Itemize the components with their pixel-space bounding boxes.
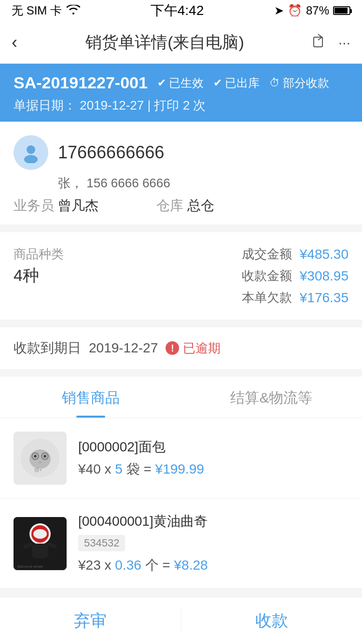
svg-text:猫+: 猫+ xyxy=(34,467,42,473)
date-value: 2019-12-27 xyxy=(80,98,144,112)
list-item: diamond whale [000400001]黄油曲奇 534532 ¥23… xyxy=(0,499,362,588)
product-name-1: [0000002]面包 xyxy=(78,438,348,456)
tab-settlement[interactable]: 结算&物流等 xyxy=(181,377,362,418)
summary-right: 成交金额 ¥485.30 收款金额 ¥308.95 本单欠款 ¥176.35 xyxy=(242,246,348,306)
status-partial: 部分收款 xyxy=(269,75,329,91)
banner-date-row: 单据日期： 2019-12-27 | 打印 2 次 xyxy=(14,97,348,114)
deal-amount-row: 成交金额 ¥485.30 xyxy=(242,246,348,263)
more-icon[interactable]: ··· xyxy=(338,34,350,51)
banner-row1: SA-20191227-001 已生效 已出库 部分收款 xyxy=(14,73,348,92)
product-list: 猫+ [0000002]面包 ¥40 x 5 袋 = ¥199.99 xyxy=(0,418,362,588)
print-count-val: 2 xyxy=(183,98,190,112)
location-icon: ➤ xyxy=(274,4,284,17)
tabs-section: 销售商品 结算&物流等 xyxy=(0,377,362,418)
bottom-bar: 弃审 收款 xyxy=(0,597,362,644)
owe-value: ¥176.35 xyxy=(300,290,348,306)
due-label: 收款到期日 xyxy=(14,339,81,357)
list-item: 猫+ [0000002]面包 ¥40 x 5 袋 = ¥199.99 xyxy=(0,418,362,499)
salesperson-label: 业务员 xyxy=(14,196,54,215)
summary-left: 商品种类 4种 xyxy=(14,246,64,287)
header-banner: SA-20191227-001 已生效 已出库 部分收款 单据日期： 2019-… xyxy=(0,64,362,122)
due-date: 2019-12-27 xyxy=(89,340,158,356)
abandon-review-button[interactable]: 弃审 xyxy=(0,600,181,642)
receipt-label: 收款金额 xyxy=(242,267,292,284)
receipt-value: ¥308.95 xyxy=(300,268,348,284)
svg-point-17 xyxy=(33,529,47,539)
customer-section: 17666666666 张， 156 6666 6666 业务员 曾凡杰 仓库 … xyxy=(0,122,362,224)
wifi-icon xyxy=(67,4,80,17)
page-title: 销货单详情(来自电脑) xyxy=(85,31,244,54)
status-shipped: 已出库 xyxy=(213,75,260,91)
salesperson-value: 曾凡杰 xyxy=(58,196,98,215)
customer-id: 17666666666 xyxy=(58,142,164,163)
order-id: SA-20191227-001 xyxy=(14,73,148,92)
overdue-icon: ! xyxy=(166,341,179,355)
tab-products[interactable]: 销售商品 xyxy=(0,377,181,418)
svg-point-5 xyxy=(29,449,51,469)
product-type-value: 4种 xyxy=(14,265,64,287)
product-thumb-1: 猫+ xyxy=(14,432,67,485)
svg-rect-18 xyxy=(32,544,48,558)
product-total-1: ¥199.99 xyxy=(155,462,204,476)
status-left: 无 SIM 卡 xyxy=(12,3,80,18)
svg-point-2 xyxy=(27,145,35,154)
status-effective: 已生效 xyxy=(157,75,204,91)
avatar xyxy=(14,135,48,170)
product-info-2: [000400001]黄油曲奇 534532 ¥23 x 0.36 个 = ¥8… xyxy=(78,512,348,574)
receipt-amount-row: 收款金额 ¥308.95 xyxy=(242,267,348,284)
product-price-1: ¥40 x 5 袋 = ¥199.99 xyxy=(78,460,348,478)
product-qty-2: 0.36 xyxy=(115,558,141,573)
product-thumb-2: diamond whale xyxy=(14,517,67,570)
customer-phone: 156 6666 6666 xyxy=(86,176,170,190)
svg-point-3 xyxy=(24,155,38,163)
customer-meta: 业务员 曾凡杰 仓库 总仓 xyxy=(14,196,348,215)
product-total-2: ¥8.28 xyxy=(174,558,208,573)
no-sim-text: 无 SIM 卡 xyxy=(12,3,62,18)
battery-icon xyxy=(333,6,350,15)
svg-rect-0 xyxy=(314,37,322,47)
owe-label: 本单欠款 xyxy=(242,289,292,306)
svg-text:diamond whale: diamond whale xyxy=(17,564,43,569)
overdue-text: 已逾期 xyxy=(183,340,221,357)
status-bar: 无 SIM 卡 下午4:42 ➤ ⏰ 87% xyxy=(0,0,362,21)
share-icon[interactable] xyxy=(312,33,327,51)
alarm-icon: ⏰ xyxy=(288,4,302,17)
svg-point-11 xyxy=(43,455,46,458)
status-right: ➤ ⏰ 87% xyxy=(274,4,350,17)
product-price-2: ¥23 x 0.36 个 = ¥8.28 xyxy=(78,556,348,574)
product-name-2: [000400001]黄油曲奇 xyxy=(78,512,348,531)
nav-bar: ‹ 销货单详情(来自电脑) ··· xyxy=(0,21,362,64)
customer-contact: 张， 156 6666 6666 xyxy=(14,175,348,192)
back-button[interactable]: ‹ xyxy=(12,32,17,53)
battery-text: 87% xyxy=(306,4,329,17)
nav-icons: ··· xyxy=(312,33,350,51)
print-label: 打印 xyxy=(154,98,179,112)
deal-label: 成交金额 xyxy=(242,246,292,263)
customer-name: 张 xyxy=(58,176,70,190)
warehouse-label: 仓库 xyxy=(156,196,183,215)
customer-top: 17666666666 xyxy=(14,135,348,170)
deal-value: ¥485.30 xyxy=(300,247,348,262)
owe-amount-row: 本单欠款 ¥176.35 xyxy=(242,289,348,306)
salesperson-item: 业务员 曾凡杰 xyxy=(14,196,98,215)
product-sku-badge: 534532 xyxy=(78,534,348,556)
date-label: 单据日期： xyxy=(14,98,76,112)
product-qty-1: 5 xyxy=(115,462,123,476)
print-separator: | xyxy=(147,98,154,112)
collect-payment-button[interactable]: 收款 xyxy=(181,600,362,642)
due-section: 收款到期日 2019-12-27 ! 已逾期 xyxy=(0,327,362,369)
warehouse-item: 仓库 总仓 xyxy=(156,196,214,215)
status-time: 下午4:42 xyxy=(151,1,204,20)
warehouse-value: 总仓 xyxy=(187,196,214,215)
product-info-1: [0000002]面包 ¥40 x 5 袋 = ¥199.99 xyxy=(78,438,348,478)
summary-section: 商品种类 4种 成交金额 ¥485.30 收款金额 ¥308.95 本单欠款 ¥… xyxy=(0,232,362,320)
product-type-label: 商品种类 xyxy=(14,246,64,263)
svg-point-10 xyxy=(34,455,37,458)
overdue-badge: ! 已逾期 xyxy=(166,340,221,357)
